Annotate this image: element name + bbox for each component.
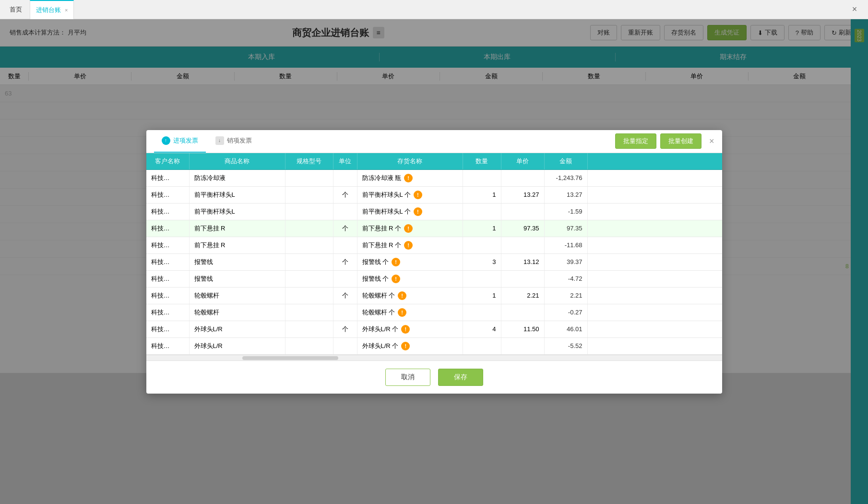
td-customer: 科技… bbox=[146, 288, 190, 304]
tab-purchase-invoice[interactable]: ↑ 进项发票 bbox=[154, 130, 206, 153]
table-row[interactable]: 科技… 轮毂螺杆 个 轮毂螺杆 个 ! 1 2.21 2.21 bbox=[146, 288, 722, 304]
td-product: 前平衡杆球头L bbox=[190, 187, 285, 203]
td-amount: 39.37 bbox=[545, 254, 588, 270]
td-quantity bbox=[463, 204, 501, 220]
td-unit-price bbox=[501, 304, 545, 321]
th-customer: 客户名称 bbox=[146, 153, 190, 169]
td-unit-price bbox=[501, 170, 545, 186]
th-product: 商品名称 bbox=[190, 153, 285, 169]
th-unit: 单位 bbox=[333, 153, 357, 169]
td-inventory: 轮毂螺杆 个 ! bbox=[357, 304, 463, 321]
td-amount: -11.68 bbox=[545, 237, 588, 253]
th-inventory: 存货名称 bbox=[357, 153, 463, 169]
window-close-button[interactable]: × bbox=[845, 0, 864, 19]
table-row[interactable]: 科技… 前下悬挂 R 个 前下悬挂 R 个 ! 1 97.35 97.35 bbox=[146, 220, 722, 237]
warning-icon: ! bbox=[401, 342, 410, 350]
td-customer: 科技… bbox=[146, 321, 190, 337]
td-product: 前平衡杆球头L bbox=[190, 204, 285, 220]
td-spec bbox=[285, 170, 333, 186]
table-row[interactable]: 科技… 报警线 报警线 个 ! -4.72 bbox=[146, 271, 722, 288]
td-product: 前下悬挂 R bbox=[190, 220, 285, 237]
td-quantity: 1 bbox=[463, 220, 501, 237]
td-customer: 科技… bbox=[146, 170, 190, 186]
tab-active[interactable]: 进销台账 × bbox=[30, 0, 74, 19]
td-unit: 个 bbox=[333, 321, 357, 337]
td-unit-price: 13.27 bbox=[501, 187, 545, 203]
td-inventory: 外球头L/R 个 ! bbox=[357, 338, 463, 354]
table-row[interactable]: 科技… 报警线 个 报警线 个 ! 3 13.12 39.37 bbox=[146, 254, 722, 271]
td-spec bbox=[285, 321, 333, 337]
td-amount: -1.59 bbox=[545, 204, 588, 220]
td-amount: 97.35 bbox=[545, 220, 588, 237]
batch-create-button[interactable]: 批量创建 bbox=[660, 133, 702, 149]
table-header-row: 客户名称 商品名称 规格型号 单位 存货名称 数量 单价 金额 bbox=[146, 153, 722, 170]
td-quantity bbox=[463, 170, 501, 186]
th-quantity: 数量 bbox=[463, 153, 501, 169]
td-unit-price: 2.21 bbox=[501, 288, 545, 304]
td-quantity bbox=[463, 304, 501, 321]
modal-dialog: ↑ 进项发票 ↓ 销项发票 批量指定 批量创建 × 客户名称 bbox=[146, 130, 722, 394]
save-button[interactable]: 保存 bbox=[438, 369, 483, 386]
tab-close-icon[interactable]: × bbox=[65, 0, 68, 20]
td-amount: -4.72 bbox=[545, 271, 588, 287]
td-unit-price: 97.35 bbox=[501, 220, 545, 237]
td-spec bbox=[285, 204, 333, 220]
table-row[interactable]: 科技… 前下悬挂 R 前下悬挂 R 个 ! -11.68 bbox=[146, 237, 722, 254]
td-unit bbox=[333, 237, 357, 253]
td-customer: 科技… bbox=[146, 220, 190, 237]
table-row[interactable]: 科技… 外球头L/R 个 外球头L/R 个 ! 4 11.50 46.01 bbox=[146, 321, 722, 338]
tab-sales-invoice[interactable]: ↓ 销项发票 bbox=[208, 130, 260, 153]
modal-close-button[interactable]: × bbox=[709, 136, 714, 146]
td-customer: 科技… bbox=[146, 237, 190, 253]
th-spec: 规格型号 bbox=[285, 153, 333, 169]
warning-icon: ! bbox=[398, 308, 406, 317]
td-unit-price bbox=[501, 338, 545, 354]
td-customer: 科技… bbox=[146, 254, 190, 270]
td-spec bbox=[285, 304, 333, 321]
table-row[interactable]: 科技… 轮毂螺杆 轮毂螺杆 个 ! -0.27 bbox=[146, 304, 722, 321]
td-unit: 个 bbox=[333, 220, 357, 237]
purchase-tab-icon: ↑ bbox=[162, 136, 170, 145]
td-customer: 科技… bbox=[146, 187, 190, 203]
td-customer: 科技… bbox=[146, 204, 190, 220]
table-row[interactable]: 科技… 防冻冷却液 防冻冷却液 瓶 ! -1,243.76 bbox=[146, 170, 722, 187]
td-product: 轮毂螺杆 bbox=[190, 288, 285, 304]
td-unit bbox=[333, 204, 357, 220]
top-bar: 首页 进销台账 × × bbox=[0, 0, 868, 19]
td-unit: 个 bbox=[333, 288, 357, 304]
table-rows: 科技… 防冻冷却液 防冻冷却液 瓶 ! -1,243.76 科技… 前平衡杆球头… bbox=[146, 170, 722, 355]
th-amount: 金额 bbox=[545, 153, 588, 169]
td-spec bbox=[285, 254, 333, 270]
td-spec bbox=[285, 187, 333, 203]
td-unit-price bbox=[501, 204, 545, 220]
modal-overlay: ↑ 进项发票 ↓ 销项发票 批量指定 批量创建 × 客户名称 bbox=[0, 19, 868, 504]
warning-icon: ! bbox=[401, 325, 410, 334]
scrollbar-thumb[interactable] bbox=[242, 356, 338, 360]
modal-body: 客户名称 商品名称 规格型号 单位 存货名称 数量 单价 金额 科技… 防冻冷却… bbox=[146, 153, 722, 360]
td-quantity: 1 bbox=[463, 288, 501, 304]
td-quantity bbox=[463, 271, 501, 287]
td-product: 外球头L/R bbox=[190, 321, 285, 337]
td-inventory: 外球头L/R 个 ! bbox=[357, 321, 463, 337]
warning-icon: ! bbox=[404, 174, 413, 182]
td-customer: 科技… bbox=[146, 271, 190, 287]
td-spec bbox=[285, 220, 333, 237]
td-spec bbox=[285, 288, 333, 304]
td-spec bbox=[285, 338, 333, 354]
batch-assign-button[interactable]: 批量指定 bbox=[615, 133, 656, 149]
td-amount: -0.27 bbox=[545, 304, 588, 321]
td-quantity: 4 bbox=[463, 321, 501, 337]
td-quantity bbox=[463, 338, 501, 354]
table-row[interactable]: 科技… 前平衡杆球头L 个 前平衡杆球头L 个 ! 1 13.27 13.27 bbox=[146, 187, 722, 204]
tab-home[interactable]: 首页 bbox=[4, 0, 28, 19]
cancel-button[interactable]: 取消 bbox=[385, 369, 430, 386]
horizontal-scrollbar[interactable] bbox=[146, 355, 722, 360]
td-quantity: 1 bbox=[463, 187, 501, 203]
table-row[interactable]: 科技… 外球头L/R 外球头L/R 个 ! -5.52 bbox=[146, 338, 722, 355]
warning-icon: ! bbox=[414, 207, 422, 216]
table-row[interactable]: 科技… 前平衡杆球头L 前平衡杆球头L 个 ! -1.59 bbox=[146, 204, 722, 220]
modal-footer: 取消 保存 bbox=[146, 360, 722, 394]
td-unit bbox=[333, 170, 357, 186]
td-inventory: 轮毂螺杆 个 ! bbox=[357, 288, 463, 304]
td-customer: 科技… bbox=[146, 338, 190, 354]
